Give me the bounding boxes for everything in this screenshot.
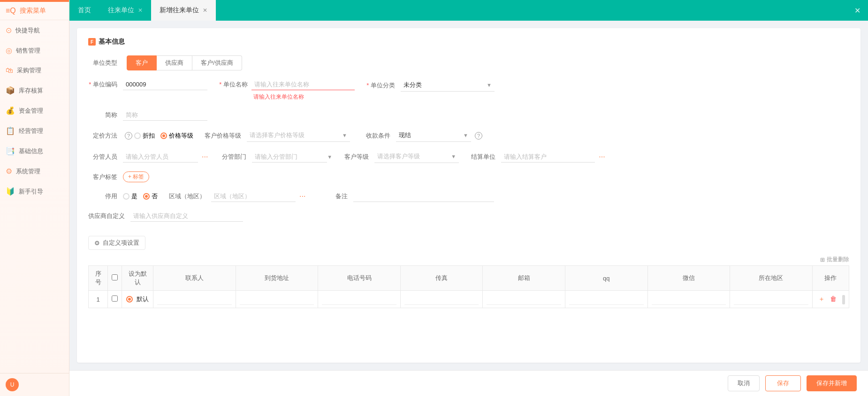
payment-terms-label: 收款条件 — [361, 132, 394, 140]
save-button[interactable]: 保存 — [765, 375, 801, 391]
pricing-label: 定价方法 — [88, 132, 121, 140]
disabled-yes-radio[interactable]: 是 — [123, 192, 137, 201]
pricing-method-field: 定价方法 ? 折扣 价格等级 — [88, 132, 193, 140]
region-more-button[interactable]: ··· — [297, 192, 307, 201]
short-name-input[interactable] — [123, 109, 207, 121]
unit-type-both-button[interactable]: 客户/供应商 — [192, 55, 242, 70]
supplier-custom-label: 供应商自定义 — [88, 212, 129, 220]
row-default-radio[interactable]: 默认 — [126, 295, 149, 303]
region-input[interactable] — [211, 191, 296, 202]
sidebar-item-inventory[interactable]: 📦库存核算 — [0, 80, 69, 101]
row-fax[interactable] — [400, 291, 483, 308]
unit-category-select[interactable]: 未分类 ▼ — [401, 79, 495, 92]
col-checkbox[interactable] — [108, 266, 122, 291]
settlement-unit-input[interactable] — [501, 151, 595, 163]
supplier-custom-input[interactable] — [130, 210, 243, 222]
settlement-more-button[interactable]: ··· — [597, 153, 607, 161]
manager-row: 分管人员 ··· 分管部门 ▼ 客户等级 请选择客户等级 ▼ — [88, 150, 849, 163]
row-region[interactable] — [730, 291, 813, 308]
custom-settings-button[interactable]: ⚙ 自定义项设置 — [88, 236, 145, 250]
tab-new-partner[interactable]: 新增往来单位✕ — [151, 0, 216, 21]
row-checkbox[interactable] — [108, 291, 122, 308]
customer-level-arrow: ▼ — [451, 154, 456, 159]
bottom-bar: 取消 保存 保存并新增 — [69, 370, 868, 396]
row-default[interactable]: 默认 — [122, 291, 153, 308]
unit-type-supplier-button[interactable]: 供应商 — [157, 55, 192, 70]
row-contact[interactable] — [153, 291, 236, 308]
unit-name-input[interactable] — [251, 79, 355, 90]
tab-home[interactable]: 首页 — [69, 0, 99, 21]
tab-label-new-partner: 新增往来单位 — [160, 6, 199, 15]
copy-icon: ⊞ — [820, 256, 825, 263]
customer-level-select[interactable]: 请选择客户等级 ▼ — [374, 150, 459, 163]
sidebar-item-finance[interactable]: 💰资金管理 — [0, 101, 69, 121]
row-add-button[interactable]: ＋ — [816, 294, 827, 304]
row-phone[interactable] — [318, 291, 401, 308]
avatar: U — [6, 378, 19, 391]
unit-type-field: 单位类型 客户供应商客户/供应商 — [88, 55, 849, 70]
department-input[interactable] — [252, 151, 327, 163]
contacts-table: 序号 设为默认 联系人 到货地址 电话号码 传真 邮箱 qq 微信 所在地区 操… — [88, 265, 849, 308]
col-no: 序号 — [89, 266, 108, 291]
sidebar-item-system[interactable]: ⚙系统管理 — [0, 161, 69, 181]
payment-terms-select[interactable]: 现结 ▼ — [396, 129, 471, 142]
pricing-help-icon[interactable]: ? — [125, 132, 132, 140]
short-name-field: 简称 — [88, 109, 207, 121]
remarks-input[interactable] — [353, 191, 494, 202]
cancel-button[interactable]: 取消 — [728, 375, 760, 391]
remarks-label: 备注 — [319, 192, 351, 201]
sidebar-item-operations[interactable]: 📋经营管理 — [0, 121, 69, 141]
row-email[interactable] — [483, 291, 565, 308]
tab-close-new-partner[interactable]: ✕ — [203, 7, 207, 14]
disabled-label: 停用 — [88, 192, 121, 201]
pricing-level-radio[interactable]: 价格等级 — [160, 132, 193, 140]
col-phone: 电话号码 — [318, 266, 401, 291]
sidebar-item-purchase[interactable]: 🛍采购管理 — [0, 61, 69, 80]
select-all-checkbox[interactable] — [112, 274, 118, 280]
remarks-field: 备注 — [319, 191, 494, 202]
window-close-button[interactable]: ✕ — [847, 0, 868, 21]
section-title: F 基本信息 — [88, 38, 849, 46]
customer-price-level-select[interactable]: 请选择客户价格等级 ▼ — [247, 129, 350, 142]
sidebar-item-guide[interactable]: 🔰新手引导 — [0, 181, 69, 202]
region-field: 区域（地区） ··· — [169, 191, 307, 202]
row-wechat[interactable] — [647, 291, 730, 308]
customer-tag-label: 客户标签 — [88, 173, 121, 181]
unit-code-input[interactable] — [123, 79, 207, 90]
price-level-radio-circle — [160, 132, 167, 139]
unit-code-label: 单位编码 — [88, 80, 121, 89]
disabled-no-label: 否 — [152, 192, 158, 201]
settlement-unit-field: 结算单位 ··· — [466, 151, 607, 163]
add-tag-button[interactable]: + 标签 — [123, 171, 149, 182]
sidebar-item-basic[interactable]: 📑基础信息 — [0, 141, 69, 161]
save-new-button[interactable]: 保存并新增 — [807, 375, 857, 391]
disabled-no-circle — [143, 193, 150, 200]
region-label: 区域（地区） — [169, 192, 209, 201]
tab-close-partners[interactable]: ✕ — [138, 7, 143, 14]
col-action: 操作 — [812, 266, 849, 291]
tab-partners[interactable]: 往来单位✕ — [99, 0, 151, 21]
pricing-discount-radio[interactable]: 折扣 — [134, 132, 155, 140]
short-name-row: 简称 — [88, 109, 849, 121]
tab-label-partners: 往来单位 — [108, 6, 134, 15]
pricing-radio-group: 折扣 价格等级 — [134, 132, 193, 140]
sidebar-item-sales[interactable]: ◎销售管理 — [0, 40, 69, 61]
manager-more-button[interactable]: ··· — [200, 153, 210, 161]
sidebar-item-quick-nav[interactable]: ⊙快捷导航 — [0, 20, 69, 40]
unit-type-group: 客户供应商客户/供应商 — [127, 55, 242, 70]
short-name-label: 简称 — [88, 111, 121, 119]
manager-input[interactable] — [123, 151, 198, 163]
unit-type-customer-button[interactable]: 客户 — [127, 55, 157, 70]
tab-bar: 首页往来单位✕新增往来单位✕ ✕ — [69, 0, 868, 21]
sidebar-search[interactable]: ≡Q 搜索菜单 — [0, 2, 69, 20]
sidebar-icon-operations: 📋 — [6, 126, 15, 135]
supplier-custom-row: 供应商自定义 — [88, 210, 849, 222]
payment-terms-help-icon[interactable]: ? — [475, 132, 482, 140]
row-checkbox-input[interactable] — [112, 295, 118, 302]
disabled-no-radio[interactable]: 否 — [143, 192, 158, 201]
col-address: 到货地址 — [236, 266, 318, 291]
row-delete-button[interactable]: 🗑 — [828, 294, 838, 303]
row-qq[interactable] — [565, 291, 647, 308]
row-address[interactable] — [236, 291, 318, 308]
batch-delete-area[interactable]: ⊞ 批量删除 — [88, 256, 849, 264]
